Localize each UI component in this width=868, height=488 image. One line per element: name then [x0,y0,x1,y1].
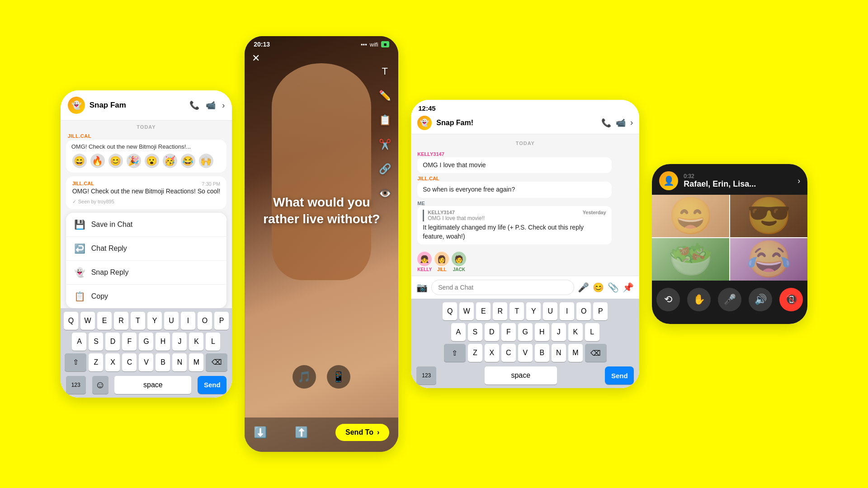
key-c[interactable]: C [122,353,137,371]
ck-g[interactable]: G [518,323,533,341]
key-w[interactable]: W [80,312,95,330]
ck-n[interactable]: N [552,344,566,362]
video-call-button[interactable]: 📹 [206,100,216,110]
snap-close-button[interactable]: ✕ [252,52,260,64]
copy-option[interactable]: 📋 Copy [66,285,227,308]
video-cell-2: 😎 [730,195,807,237]
phone-icon[interactable]: 📱 [327,365,350,389]
ck-x[interactable]: X [485,344,499,362]
key-i[interactable]: I [181,312,195,330]
bitmoji-icon[interactable]: 📌 [623,282,634,293]
ck-d[interactable]: D [485,323,499,341]
link-tool-icon[interactable]: 🔗 [377,161,393,177]
ck-h[interactable]: H [535,323,549,341]
key-q[interactable]: Q [64,312,78,330]
key-g[interactable]: G [139,333,153,351]
ck-c[interactable]: C [501,344,516,362]
ck-j[interactable]: J [552,323,566,341]
ck-123[interactable]: 123 [416,366,436,385]
key-m[interactable]: M [189,353,203,371]
ck-a[interactable]: A [451,323,466,341]
share-icon[interactable]: ⬆️ [295,426,308,439]
switch-camera-button[interactable]: ⟲ [656,288,680,311]
ck-send[interactable]: Send [605,366,634,385]
key-s[interactable]: S [89,333,103,351]
key-t[interactable]: T [131,312,145,330]
key-r[interactable]: R [114,312,128,330]
emoji-picker-icon[interactable]: 😊 [593,282,604,293]
key-u[interactable]: U [164,312,179,330]
key-delete[interactable]: ⌫ [206,353,227,371]
send-to-button[interactable]: Send To › [335,424,389,441]
chat-call-button[interactable]: 📞 [601,118,611,128]
call-button[interactable]: 📞 [189,100,199,110]
ck-v[interactable]: V [518,344,533,362]
key-n[interactable]: N [172,353,187,371]
key-k[interactable]: K [189,333,203,351]
ck-l[interactable]: L [585,323,599,341]
ck-t[interactable]: T [509,302,524,320]
ck-shift[interactable]: ⇧ [444,344,466,362]
ck-e[interactable]: E [476,302,491,320]
camera-icon[interactable]: 📷 [416,282,428,293]
chat-reply-option[interactable]: ↩️ Chat Reply [66,237,227,261]
ck-k[interactable]: K [568,323,583,341]
chat-text-input[interactable] [431,280,574,295]
key-emoji[interactable]: ☺ [92,376,108,394]
ck-space[interactable]: space [485,366,557,385]
end-call-button[interactable]: 📵 [779,288,803,311]
chat-expand-button[interactable]: › [630,118,633,127]
key-p[interactable]: P [214,312,229,330]
ck-b[interactable]: B [535,344,549,362]
call-expand-icon[interactable]: › [797,176,800,186]
key-y[interactable]: Y [147,312,162,330]
sticker-tool-icon[interactable]: 📋 [377,112,393,128]
key-d[interactable]: D [105,333,120,351]
key-a[interactable]: A [72,333,86,351]
key-l[interactable]: L [206,333,220,351]
save-in-chat-option[interactable]: 💾 Save in Chat [66,213,227,237]
scissors-tool-icon[interactable]: ✂️ [377,136,393,153]
key-v[interactable]: V [139,353,153,371]
key-h[interactable]: H [156,333,170,351]
ck-w[interactable]: W [459,302,474,320]
ck-i[interactable]: I [560,302,574,320]
sticker-icon[interactable]: 📎 [608,282,619,293]
text-tool-icon[interactable]: T [377,63,393,80]
chat-video-button[interactable]: 📹 [616,118,626,128]
ck-u[interactable]: U [543,302,557,320]
ck-f[interactable]: F [501,323,516,341]
ck-r[interactable]: R [493,302,507,320]
hand-raise-button[interactable]: ✋ [687,288,711,311]
key-123[interactable]: 123 [66,376,86,394]
call-controls-bar: ⟲ ✋ 🎤 🔊 📵 [652,281,807,324]
key-send[interactable]: Send [198,376,226,394]
keyboard-row-1: Q W E R T Y U I O P [62,312,231,330]
key-o[interactable]: O [198,312,212,330]
ck-z[interactable]: Z [468,344,482,362]
volume-button[interactable]: 🔊 [749,288,772,311]
mic-icon[interactable]: 🎤 [578,282,589,293]
ck-o[interactable]: O [576,302,591,320]
key-j[interactable]: J [172,333,187,351]
snap-reply-option[interactable]: 👻 Snap Reply [66,261,227,285]
ck-m[interactable]: M [568,344,583,362]
download-icon[interactable]: ⬇️ [254,426,267,439]
key-z[interactable]: Z [89,353,103,371]
ck-p[interactable]: P [593,302,608,320]
key-e[interactable]: E [97,312,112,330]
key-f[interactable]: F [122,333,137,351]
expand-button[interactable]: › [222,100,225,110]
key-shift[interactable]: ⇧ [65,353,86,371]
ck-q[interactable]: Q [443,302,457,320]
draw-tool-icon[interactable]: ✏️ [377,88,393,104]
key-space[interactable]: space [114,376,191,394]
key-x[interactable]: X [105,353,120,371]
ck-s[interactable]: S [468,323,482,341]
reply-original-sender: KELLY3147 [428,210,455,215]
mute-mic-button[interactable]: 🎤 [718,288,741,311]
ck-y[interactable]: Y [526,302,541,320]
ck-delete[interactable]: ⌫ [585,344,607,362]
music-note-icon[interactable]: 🎵 [292,365,316,389]
key-b[interactable]: B [156,353,170,371]
